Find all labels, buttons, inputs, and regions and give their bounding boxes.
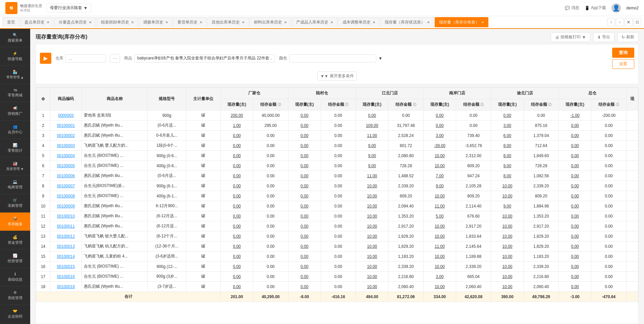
goods-input[interactable]	[134, 54, 275, 62]
sidebar-item-inventory[interactable]: 📦 库存核算	[0, 213, 30, 231]
row-yb-stock[interactable]: 9.00	[491, 161, 524, 171]
row-code[interactable]: 00100018	[50, 282, 82, 292]
industry-selector[interactable]: 母婴行业演示陈套 ▼	[46, 3, 91, 12]
expand-collapse-button[interactable]: ▶	[40, 53, 51, 64]
row-na-stock[interactable]: 10.00	[423, 231, 456, 241]
row-yb-stock[interactable]: 10.00	[491, 231, 524, 241]
row-jb-stock[interactable]: 0.00	[356, 110, 388, 121]
tab-close-icon[interactable]: ✕	[242, 20, 245, 24]
row-yb-stock[interactable]: 10.00	[491, 241, 524, 251]
row-l-stock[interactable]: 0.00	[288, 211, 321, 221]
tab-close-icon[interactable]: ✕	[165, 20, 168, 24]
tab-finished-in[interactable]: 产成品入库单历史 ✕	[292, 17, 337, 27]
row-l-stock[interactable]: 0.00	[288, 181, 321, 191]
row-f-stock[interactable]: 0.00	[221, 262, 253, 272]
tab-prev-button[interactable]: ‹	[607, 18, 615, 26]
row-f-stock[interactable]: 0.00	[221, 231, 253, 241]
row-yb-stock[interactable]: 6.00	[491, 131, 524, 141]
color-input[interactable]	[289, 54, 376, 62]
row-na-stock[interactable]: 11.00	[423, 201, 456, 211]
row-jb-stock[interactable]: 10.00	[356, 201, 388, 211]
table-container[interactable]: ⚙ 商品编码 商品名称 规格型号 主计量单位 厂家仓 陆村仓 江北门店 南岸门店…	[36, 87, 639, 324]
tab-split-count[interactable]: 分量盘点单历史 ✕	[54, 17, 96, 27]
row-yb-stock[interactable]: 0.00	[491, 110, 524, 121]
tab-close-icon[interactable]: ✕	[200, 20, 202, 24]
row-code[interactable]: 00100014	[50, 251, 82, 262]
row-code[interactable]: 00100003	[50, 141, 82, 151]
warehouse-more-button[interactable]: ···	[110, 54, 120, 63]
tab-close-icon[interactable]: ✕	[284, 20, 287, 24]
refresh-button[interactable]: ↻ 刷新	[617, 32, 639, 42]
row-l-stock[interactable]: 0.00	[288, 282, 321, 292]
row-code[interactable]: 00100016	[50, 272, 82, 282]
row-jb-stock[interactable]: 10.00	[356, 262, 388, 272]
row-l-stock[interactable]: 0.00	[288, 221, 321, 231]
sidebar-item-ecommerce[interactable]: 💻 电商管理	[0, 176, 30, 194]
row-jb-stock[interactable]: 9.00	[356, 151, 388, 161]
row-z-stock[interactable]: 0.00	[559, 161, 591, 171]
row-na-stock[interactable]: 10.00	[423, 161, 456, 171]
sidebar-item-quicknav[interactable]: ⚡ 快捷导航	[0, 47, 30, 66]
row-z-stock[interactable]: 0.00	[559, 231, 591, 241]
row-f-stock[interactable]: 0.00	[221, 251, 253, 262]
row-na-stock[interactable]: 0.00	[423, 110, 456, 121]
row-code[interactable]: 00100010	[50, 211, 82, 221]
tab-close-icon[interactable]: ✕	[330, 20, 333, 24]
row-l-stock[interactable]: 0.00	[288, 161, 321, 171]
tab-transfer[interactable]: 调拨单历史 ✕	[139, 17, 172, 27]
row-f-stock[interactable]: 1.00	[221, 121, 253, 131]
sidebar-item-ops[interactable]: 📈 经营管理	[0, 249, 30, 268]
row-code[interactable]: 00100008	[50, 191, 82, 201]
message-action[interactable]: 💬 消息	[565, 5, 579, 11]
row-jb-stock[interactable]: 11.00	[356, 131, 388, 141]
tab-requisition[interactable]: 要货单历史 ✕	[173, 17, 207, 27]
expand-more-button[interactable]: ▼▼ 展开更多条件	[317, 72, 357, 81]
row-l-stock[interactable]: 0.00	[288, 262, 321, 272]
tab-other-out[interactable]: 其他出库单历史 ✕	[207, 17, 249, 27]
row-f-stock[interactable]: 0.00	[221, 131, 253, 141]
row-yb-stock[interactable]: 8.00	[491, 151, 524, 161]
tab-stock-distribution[interactable]: 现存量（库存分布表） ✕	[435, 17, 488, 27]
tab-close-icon[interactable]: ✕	[373, 20, 375, 24]
row-f-stock[interactable]: 0.00	[221, 181, 253, 191]
row-na-stock[interactable]: 10.00	[423, 151, 456, 161]
tab-stock-status[interactable]: 现存量（库存状况表） ✕	[380, 17, 434, 27]
row-code[interactable]: 00100005	[50, 161, 82, 171]
row-yb-stock[interactable]: 8.00	[491, 141, 524, 151]
tab-combo[interactable]: 组装拆卸单历史 ✕	[97, 17, 138, 27]
row-yb-stock[interactable]: 3.00	[491, 121, 524, 131]
sidebar-item-enterprise[interactable]: 🤝 企业协同	[0, 305, 30, 323]
row-code[interactable]: 00100011	[50, 221, 82, 231]
row-yb-stock[interactable]: 8.00	[491, 171, 524, 181]
row-l-stock[interactable]: 0.00	[288, 110, 321, 121]
sidebar-item-wholesale[interactable]: 🏭 批发管理 ▼	[0, 157, 30, 176]
row-jb-stock[interactable]: 10.00	[356, 282, 388, 292]
row-f-stock[interactable]: 0.00	[221, 161, 253, 171]
print-button[interactable]: 🖨 按模板打印 ▼	[551, 32, 590, 42]
row-f-stock[interactable]: 200.00	[221, 110, 253, 121]
tab-close-icon[interactable]: ✕	[427, 20, 430, 24]
warehouse-input[interactable]	[65, 54, 106, 62]
row-z-stock[interactable]: 0.00	[559, 251, 591, 262]
row-na-stock[interactable]: -39.00	[423, 141, 456, 151]
settings-button[interactable]: 设置	[612, 59, 634, 69]
row-l-stock[interactable]: 0.00	[288, 131, 321, 141]
row-f-stock[interactable]: 0.00	[221, 141, 253, 151]
row-yb-stock[interactable]: 10.00	[491, 221, 524, 231]
tab-close-icon[interactable]: ✕	[131, 20, 134, 24]
row-na-stock[interactable]: 10.00	[423, 251, 456, 262]
row-na-stock[interactable]: 3.00	[423, 131, 456, 141]
row-f-stock[interactable]: 0.00	[221, 282, 253, 292]
row-z-stock[interactable]: 0.00	[559, 211, 591, 221]
tab-close-icon[interactable]: ✕	[89, 20, 92, 24]
row-yb-stock[interactable]: 10.00	[491, 181, 524, 191]
row-l-stock[interactable]: 0.00	[288, 171, 321, 181]
row-z-stock[interactable]: 0.00	[559, 191, 591, 201]
row-na-stock[interactable]: 0.00	[423, 121, 456, 131]
row-l-stock[interactable]: 0.00	[288, 121, 321, 131]
row-z-stock[interactable]: 0.00	[559, 282, 591, 292]
row-na-stock[interactable]: 5.00	[423, 211, 456, 221]
app-download-action[interactable]: 📱 App下载	[585, 5, 606, 11]
tab-home[interactable]: 首页	[3, 17, 19, 27]
row-f-stock[interactable]: 0.00	[221, 221, 253, 231]
